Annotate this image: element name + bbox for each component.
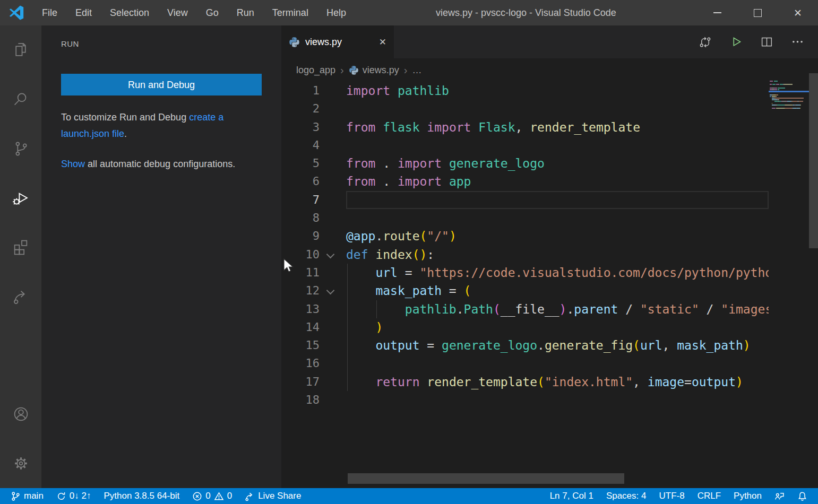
code-token: return	[375, 375, 419, 389]
code-line-content[interactable]: output = generate_logo.generate_fig(url,…	[346, 336, 769, 354]
vertical-scrollbar[interactable]	[809, 73, 818, 248]
activity-live-share[interactable]	[0, 272, 41, 321]
close-button[interactable]: ✕	[778, 0, 818, 25]
minimap[interactable]	[769, 79, 809, 474]
menu-help[interactable]: Help	[317, 0, 355, 25]
breadcrumb-item-2[interactable]: views.py	[349, 65, 399, 76]
code-token: "images	[721, 302, 769, 316]
status-cursor-position[interactable]: Ln 7, Col 1	[544, 488, 600, 504]
code-line-content[interactable]: import pathlib	[346, 82, 769, 100]
horizontal-scrollbar[interactable]	[348, 473, 624, 484]
code-token	[442, 175, 449, 188]
line-number: 1	[281, 82, 320, 100]
code-line-content[interactable]: mask_path = (	[346, 282, 769, 300]
menu-go[interactable]: Go	[197, 0, 228, 25]
status-sync-changes[interactable]: 0↓ 2↑	[50, 488, 98, 504]
code-line-content[interactable]: return render_template("index.html", ima…	[346, 373, 769, 391]
code-token: ,	[662, 338, 677, 352]
minimap-line	[796, 105, 801, 106]
editor-group: views.py ✕ logo_app›views.py›… 1import p…	[281, 25, 818, 488]
code-token: pathlib	[405, 302, 457, 316]
code-line-content[interactable]: def index():	[346, 246, 769, 264]
menu-edit[interactable]: Edit	[66, 0, 101, 25]
menu-selection[interactable]: Selection	[101, 0, 158, 25]
show-configurations-link[interactable]: Show	[61, 159, 85, 169]
code-line-content[interactable]	[346, 209, 769, 227]
status-problems[interactable]: 00	[186, 488, 238, 504]
split-editor-button[interactable]	[751, 25, 782, 58]
status-python-interpreter[interactable]: Python 3.8.5 64-bit	[98, 488, 186, 504]
status-text: Spaces: 4	[606, 491, 647, 501]
code-token	[420, 120, 427, 134]
code-token: =	[684, 375, 692, 389]
code-line-content[interactable]: from flask import Flask, render_template	[346, 118, 769, 136]
line-number: 4	[281, 136, 320, 154]
code-token: Path	[464, 302, 493, 316]
fold-gutter[interactable]	[320, 282, 346, 300]
status-live-share[interactable]: Live Share	[238, 488, 307, 504]
code-token: import	[398, 175, 442, 188]
status-eol[interactable]: CRLF	[691, 488, 727, 504]
activity-source-control[interactable]	[0, 124, 41, 173]
minimize-button[interactable]	[697, 0, 737, 25]
indent-guide	[347, 373, 348, 391]
status-text: 0↓ 2↑	[70, 491, 91, 501]
code-line-8: 8	[281, 209, 769, 227]
code-token	[346, 320, 375, 334]
breadcrumb-item-3[interactable]: …	[412, 65, 421, 76]
search-icon	[12, 91, 30, 108]
run-and-debug-button[interactable]: Run and Debug	[61, 74, 262, 95]
bell-icon	[797, 491, 807, 501]
open-changes-button[interactable]	[690, 25, 720, 58]
activity-extensions[interactable]	[0, 223, 41, 272]
code-line-content[interactable]: @app.route("/")	[346, 227, 769, 245]
code-token: ,	[515, 120, 530, 134]
code-line-content[interactable]: from . import generate_logo	[346, 154, 769, 172]
code-line-content[interactable]	[346, 191, 769, 209]
code-area[interactable]: 1import pathlib23from flask import Flask…	[281, 82, 769, 474]
line-number: 2	[281, 100, 320, 118]
code-token: )	[743, 338, 751, 352]
fold-gutter	[320, 300, 346, 318]
maximize-button[interactable]	[737, 0, 778, 25]
code-line-content[interactable]: )	[346, 318, 769, 336]
code-token: from	[346, 120, 375, 134]
minimap-line	[787, 101, 790, 102]
minimap-line	[770, 84, 772, 85]
activity-run-and-debug[interactable]	[0, 173, 41, 223]
code-line-content[interactable]: pathlib.Path(__file__).parent / "static"…	[346, 300, 769, 318]
fold-gutter[interactable]	[320, 246, 346, 264]
status-notifications[interactable]	[791, 488, 814, 504]
status-feedback[interactable]	[768, 488, 791, 504]
status-language-mode[interactable]: Python	[727, 488, 768, 504]
tab-close-icon[interactable]: ✕	[379, 37, 386, 48]
run-file-button[interactable]	[720, 25, 751, 58]
code-line-17: 17 return render_template("index.html", …	[281, 373, 769, 391]
code-line-5: 5from . import generate_logo	[281, 154, 769, 172]
code-line-content[interactable]	[346, 136, 769, 154]
code-line-content[interactable]: url = "https://code.visualstudio.com/doc…	[346, 264, 769, 282]
breadcrumb-label: views.py	[363, 65, 399, 76]
activity-explorer[interactable]	[0, 25, 41, 75]
menu-file[interactable]: File	[33, 0, 66, 25]
activity-search[interactable]	[0, 75, 41, 124]
code-line-content[interactable]	[346, 391, 769, 409]
code-line-content[interactable]: from . import app	[346, 172, 769, 190]
breadcrumb: logo_app›views.py›…	[281, 58, 818, 82]
tab-views-py[interactable]: views.py ✕	[281, 25, 394, 58]
status-git-branch[interactable]: main	[4, 488, 50, 504]
status-encoding[interactable]: UTF-8	[652, 488, 691, 504]
activity-settings[interactable]	[0, 439, 41, 488]
customize-period: .	[124, 128, 127, 139]
breadcrumb-item-1[interactable]: logo_app	[296, 65, 335, 76]
menu-view[interactable]: View	[158, 0, 197, 25]
code-line-content[interactable]	[346, 354, 769, 372]
menu-terminal[interactable]: Terminal	[263, 0, 317, 25]
status-indentation[interactable]: Spaces: 4	[600, 488, 653, 504]
menu-run[interactable]: Run	[228, 0, 263, 25]
share-icon	[12, 288, 30, 306]
code-token	[346, 375, 375, 389]
activity-account[interactable]	[0, 389, 41, 439]
code-line-content[interactable]	[346, 100, 769, 118]
more-actions-button[interactable]	[782, 25, 813, 58]
